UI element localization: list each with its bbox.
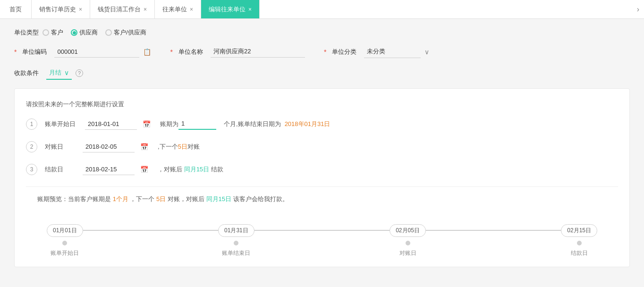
row-label-3: 结款日 [45, 165, 73, 174]
card-title: 请按照未来的一个完整帐期进行设置 [26, 100, 618, 109]
radio-supplier[interactable]: 供应商 [71, 28, 98, 37]
node-3-badge: 02月05日 [390, 224, 426, 237]
row-label-2: 对账日 [45, 143, 73, 151]
tab-cash-work-label: 钱货日清工作台 [98, 5, 141, 14]
unit-code-required: * [14, 48, 17, 56]
node-2-badge: 01月31日 [218, 224, 254, 237]
preview-prefix: 账期预览：当前客户账期是 [37, 195, 111, 203]
settle-row-3: 3 结款日 📅 ，对账后 同月15日 结款 [26, 164, 618, 175]
tab-cash-work-close[interactable]: × [144, 6, 147, 13]
row-num-2: 2 [26, 141, 37, 152]
period-input[interactable] [178, 118, 216, 130]
payment-desc: ，对账后 同月15日 结款 [158, 165, 223, 174]
node-1-label: 账单开始日 [51, 249, 79, 257]
unit-info-section: * 单位编码 📋 * 单位名称 * 单位分类 未分类 ∨ [14, 45, 630, 58]
tab-partner-close[interactable]: × [190, 6, 193, 13]
collect-condition-label: 收款条件 [14, 69, 39, 77]
reconcile-date-calendar[interactable]: 📅 [140, 143, 148, 151]
unit-category-value: 未分类 [364, 45, 421, 58]
settle-row-1: 1 账单开始日 📅 账期为 个月,账单结束日期为 2018年01月31日 [26, 118, 618, 130]
collect-condition-arrow[interactable]: ∨ [64, 69, 69, 76]
unit-name-group: * 单位名称 [170, 46, 305, 58]
radio-supplier-label: 供应商 [79, 28, 98, 37]
payment-date-input[interactable] [83, 164, 135, 175]
timeline-node-3: 02月05日 对账日 [390, 224, 426, 257]
tab-partner[interactable]: 往来单位 × [155, 0, 201, 18]
timeline-section: 01月01日 账单开始日 01月31日 账单结束日 02月05日 对账日 [26, 212, 618, 257]
collect-condition-section: 收款条件 月结 ∨ ? [14, 67, 630, 80]
collect-condition-select[interactable]: 月结 ∨ [46, 67, 72, 80]
radio-supplier-circle [71, 29, 77, 36]
period-label: 账期为 [160, 120, 178, 128]
preview-highlight1: 1个月 [113, 195, 128, 203]
radio-customer-supplier-label: 客户/供应商 [114, 28, 146, 37]
unit-category-group: * 单位分类 未分类 ∨ [324, 45, 429, 58]
node-2-label: 账单结束日 [222, 249, 250, 257]
radio-customer-label: 客户 [51, 28, 63, 37]
radio-customer-supplier-circle [105, 29, 112, 36]
radio-customer-supplier[interactable]: 客户/供应商 [105, 28, 146, 37]
preview-middle2: 对账，对账后 [168, 195, 204, 203]
unit-category-label: 单位分类 [332, 48, 356, 56]
settlement-card: 请按照未来的一个完整帐期进行设置 1 账单开始日 📅 账期为 个月,账单结束日期… [14, 88, 630, 267]
unit-code-group: * 单位编码 📋 [14, 46, 151, 58]
tab-sales-history-close[interactable]: × [79, 6, 82, 13]
tab-edit-partner-close[interactable]: × [248, 6, 252, 13]
start-date-input[interactable] [85, 118, 137, 130]
preview-highlight3: 同月15日 [206, 195, 231, 203]
unit-code-input[interactable] [54, 46, 139, 58]
payment-date-calendar[interactable]: 📅 [140, 166, 148, 173]
radio-group-unit-type: 客户 供应商 客户/供应商 [42, 28, 146, 37]
settle-row-2: 2 对账日 📅 ,下一个5日对账 [26, 141, 618, 152]
preview-middle1: ，下一个 [130, 195, 154, 203]
timeline-node-1: 01月01日 账单开始日 [47, 224, 83, 257]
tab-edit-partner-label: 编辑往来单位 [209, 5, 246, 14]
tab-edit-partner[interactable]: 编辑往来单位 × [201, 0, 260, 18]
tab-home[interactable]: 首页 [0, 0, 32, 18]
tab-home-label: 首页 [9, 5, 22, 14]
node-1-badge: 01月01日 [47, 224, 83, 237]
collect-condition-value: 月结 [49, 68, 61, 77]
reconcile-date-input[interactable] [83, 141, 135, 152]
tab-cash-work[interactable]: 钱货日清工作台 × [90, 0, 155, 18]
node-4-dot [577, 241, 582, 245]
timeline-node-4: 02月15日 结款日 [561, 224, 597, 257]
node-4-badge: 02月15日 [561, 224, 597, 237]
tab-scroll-arrow[interactable]: › [632, 0, 644, 18]
tab-sales-history-label: 销售订单历史 [39, 5, 76, 14]
reconcile-desc: ,下一个5日对账 [158, 143, 200, 151]
node-3-dot [406, 241, 410, 245]
preview-highlight2: 5日 [156, 195, 166, 203]
unit-category-dropdown[interactable]: ∨ [424, 48, 429, 56]
row-num-3: 3 [26, 164, 37, 175]
row-num-1: 1 [26, 118, 37, 130]
unit-code-icon[interactable]: 📋 [143, 48, 151, 56]
unit-type-section: 单位类型 客户 供应商 客户/供应商 [14, 28, 630, 37]
node-1-dot [62, 241, 67, 245]
start-date-calendar[interactable]: 📅 [143, 120, 151, 128]
radio-customer[interactable]: 客户 [42, 28, 63, 37]
main-content: 单位类型 客户 供应商 客户/供应商 * 单位编码 📋 * [0, 19, 644, 283]
node-2-dot [234, 241, 238, 245]
unit-category-required: * [324, 48, 326, 56]
node-3-label: 对账日 [399, 249, 416, 257]
preview-suffix: 该客户会给我打款。 [233, 195, 288, 203]
unit-name-input[interactable] [211, 46, 305, 58]
tab-sales-history[interactable]: 销售订单历史 × [32, 0, 90, 18]
period-unit-text: 个月,账单结束日期为 [224, 120, 281, 128]
unit-name-label: 单位名称 [178, 48, 203, 56]
radio-customer-circle [42, 29, 49, 36]
preview-section: 账期预览：当前客户账期是 1个月 ，下一个 5日 对账，对账后 同月15日 该客… [26, 187, 618, 212]
period-end-date: 2018年01月31日 [285, 120, 330, 128]
unit-code-label: 单位编码 [22, 48, 47, 56]
help-icon[interactable]: ? [76, 69, 83, 77]
unit-name-required: * [170, 48, 172, 56]
tab-bar: 首页 销售订单历史 × 钱货日清工作台 × 往来单位 × 编辑往来单位 × › [0, 0, 644, 19]
row-label-1: 账单开始日 [45, 120, 76, 128]
tab-partner-label: 往来单位 [162, 5, 187, 14]
unit-type-label: 单位类型 [14, 28, 39, 37]
node-4-label: 结款日 [571, 249, 588, 257]
timeline-node-2: 01月31日 账单结束日 [218, 224, 254, 257]
